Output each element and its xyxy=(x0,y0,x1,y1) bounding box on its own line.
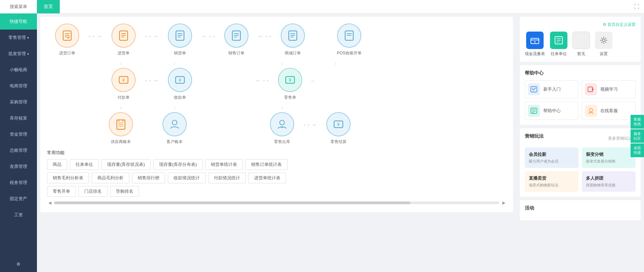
sidebar-item-invoice[interactable]: 发票管理 xyxy=(0,158,37,175)
marketing: 营销玩法 更多营销玩法 > 会员拉新 吸引用户成为会员 裂变分销 裂变式发展分销… xyxy=(520,128,641,197)
v-arrow-lingshouchuku: ↓ xyxy=(262,105,302,110)
func-btn-sales-order-stat[interactable]: 销售订单统计表 xyxy=(245,159,287,170)
jinhuo-dan-label: 进货单 xyxy=(118,50,130,56)
shoukuan-icon: ¥ xyxy=(168,68,192,92)
sidebar-item-tax[interactable]: 税务管理 xyxy=(0,175,37,191)
func-row-2: 销售毛利分析表 商品毛利分析 销售排行榜 收款情况统计 付款情况统计 进货单统计… xyxy=(47,173,506,183)
func-btn-retail-order[interactable]: 零售开单 xyxy=(47,186,76,197)
scroll-thumb xyxy=(54,201,410,204)
func-btn-stock-status[interactable]: 现存量(库存状况表) xyxy=(101,159,151,170)
shangcheng-order-icon xyxy=(281,24,305,48)
float-btn-desktop[interactable]: 桌面快捷 xyxy=(631,143,644,157)
scroll-row: ◀ ▶ xyxy=(47,200,506,206)
sidebar-item-inventory[interactable]: 库存核算 xyxy=(0,110,37,126)
func-btn-receipt-stat[interactable]: 收款情况统计 xyxy=(168,173,205,183)
content-area: 进货订单 - - → 进货单 - - → xyxy=(37,13,644,272)
marketing-fission[interactable]: 裂变分销 裂变式发展分销商 xyxy=(582,147,636,168)
fukuan-label: 付款单 xyxy=(118,95,130,100)
sidebar-item-ecommerce-xiaochang[interactable]: 小畅电商 xyxy=(0,62,37,78)
lingshoundan-icon: ¥ xyxy=(278,68,302,92)
node-fukuan[interactable]: ¥ 付款单 xyxy=(103,68,144,100)
marketing-livestream[interactable]: 直播卖货 场景式购物新玩法 xyxy=(525,171,579,192)
svg-point-36 xyxy=(280,120,284,125)
help-item-video[interactable]: 视频学习 xyxy=(582,80,636,98)
func-btn-sales-stat[interactable]: 销货单统计表 xyxy=(205,159,243,170)
sidebar-item-retail[interactable]: 零售管理 ▾ xyxy=(0,30,37,46)
main-layout: 快捷导航 零售管理 ▾ 批发管理 ▾ 小畅电商 电商管理 采购管理 库存核算 资… xyxy=(0,13,644,272)
sidebar-item-quicknav[interactable]: 快捷导航 xyxy=(0,13,37,30)
node-shoukuan[interactable]: ¥ 收款单 xyxy=(160,68,200,100)
func-row-3: 零售开单 门店排名 导购排名 xyxy=(47,186,506,197)
marketing-livestream-title: 直播卖货 xyxy=(529,175,574,181)
node-gongyingshang[interactable]: 供应商账本 xyxy=(101,112,141,145)
node-xiaoshou-order[interactable]: 销售订单 xyxy=(216,24,257,56)
func-btn-payment-stat[interactable]: 付款情况统计 xyxy=(208,173,246,183)
xiaohuo-dan-label: 销货单 xyxy=(174,50,186,56)
func-btn-goods-margin[interactable]: 商品毛利分析 xyxy=(92,173,129,183)
node-jinhuo-order[interactable]: 进货订单 xyxy=(47,24,87,56)
chevron-down-icon: ▾ xyxy=(27,52,29,56)
help-item-online-support[interactable]: 在线客服 xyxy=(582,102,636,120)
sidebar-item-purchasing[interactable]: 采购管理 xyxy=(0,94,37,110)
fullscreen-icon[interactable]: ⛶ xyxy=(633,3,641,11)
sidebar-item-label: 快捷导航 xyxy=(10,18,27,25)
help-item-newbie[interactable]: 新手入门 xyxy=(525,80,579,98)
sidebar-item-finance[interactable]: 资金管理 xyxy=(0,126,37,142)
scroll-left-arrow[interactable]: ◀ xyxy=(47,200,52,206)
node-lingshoundan[interactable]: ¥ 零售单 xyxy=(270,68,310,100)
func-btn-goods[interactable]: 商品 xyxy=(47,159,67,170)
customize-settings-label[interactable]: ⚙ 首页自定义设置 xyxy=(603,22,636,28)
helpcenter-label: 帮助中心 xyxy=(543,108,561,114)
sidebar-item-wholesale[interactable]: 批发管理 ▾ xyxy=(0,46,37,62)
help-item-helpcenter[interactable]: 帮助中心 xyxy=(525,102,579,120)
v-arrows-1: ↓ ↓ ↓ ↓ ↓ ↓ xyxy=(47,58,506,68)
arrow-5-4: ← - - xyxy=(258,33,271,47)
v-arrow-jinhuo: ↓ xyxy=(101,60,141,65)
float-btn-community[interactable]: 服务社区 xyxy=(631,129,644,143)
node-kehu[interactable]: 客户账本 xyxy=(154,112,195,145)
jinhuo-order-label: 进货订单 xyxy=(59,50,75,56)
sidebar-item-ledger[interactable]: 总账管理 xyxy=(0,142,37,158)
func-btn-sales-margin[interactable]: 销售毛利分析表 xyxy=(47,173,89,183)
scroll-right-arrow[interactable]: ▶ xyxy=(501,200,506,206)
func-btn-store-rank[interactable]: 门店排名 xyxy=(79,186,107,197)
func-btn-contacts[interactable]: 往来单位 xyxy=(70,159,99,170)
node-lingshouchuku[interactable]: 零售出库 xyxy=(262,112,302,145)
node-pos[interactable]: POS收银开单 xyxy=(329,24,369,56)
quick-item-settings[interactable]: 设置 xyxy=(595,32,612,57)
marketing-member[interactable]: 会员拉新 吸引用户成为会员 xyxy=(525,147,579,168)
search-menu[interactable]: 搜索菜单 xyxy=(0,0,37,13)
arrow-fukuan-shoukuan: - - → xyxy=(145,77,158,91)
quick-item-empty[interactable]: 暂无 xyxy=(572,32,590,57)
func-btn-guide-rank[interactable]: 导购排名 xyxy=(110,186,139,197)
sidebar-item-ecommerce[interactable]: 电商管理 xyxy=(0,78,37,94)
sidebar-item-assets[interactable]: 固定资产 xyxy=(0,191,37,207)
video-icon xyxy=(585,83,597,95)
gongyingshang-label: 供应商账本 xyxy=(111,139,131,145)
func-btn-purchase-stat[interactable]: 进货单统计表 xyxy=(248,173,286,183)
svg-point-55 xyxy=(589,108,593,112)
v-arrow-fukuan: ↓ xyxy=(101,105,141,110)
quick-item-contacts[interactable]: 往来单位 xyxy=(550,32,567,57)
sidebar-item-label: 固定资产 xyxy=(10,196,27,202)
online-support-label: 在线客服 xyxy=(600,108,618,114)
svg-marker-50 xyxy=(592,88,594,91)
node-jinhuo-dan[interactable]: 进货单 xyxy=(103,24,144,56)
sidebar-item-salary[interactable]: 工资 xyxy=(0,207,37,223)
scroll-track[interactable] xyxy=(54,201,499,204)
node-shangcheng-order[interactable]: 商城订单 xyxy=(273,24,313,56)
node-xiaohuo-dan[interactable]: 销货单 xyxy=(160,24,200,56)
float-btn-hotline[interactable]: 客服热线 xyxy=(631,115,644,129)
settings-label: 设置 xyxy=(600,51,608,57)
v-arrow-pos: ↓ xyxy=(316,60,356,65)
func-btn-sales-rank[interactable]: 销售排行榜 xyxy=(132,173,165,183)
marketing-title: 营销玩法 xyxy=(525,133,544,139)
sidebar-settings-icon[interactable]: ⚙ xyxy=(0,256,37,272)
top-right: ⛶ xyxy=(633,3,644,11)
tab-home[interactable]: 首页 xyxy=(37,0,60,13)
node-lingshoujiesuan[interactable]: ¥ 零售结算 xyxy=(318,112,359,145)
quick-item-cashflow[interactable]: 现金流量表 xyxy=(525,32,545,57)
marketing-groupbuy[interactable]: 多人拼团 拼团购物享受优惠 xyxy=(582,171,636,192)
func-btn-stock-dist[interactable]: 现存量(库存分布表) xyxy=(153,159,203,170)
newbie-label: 新手入门 xyxy=(543,86,561,92)
